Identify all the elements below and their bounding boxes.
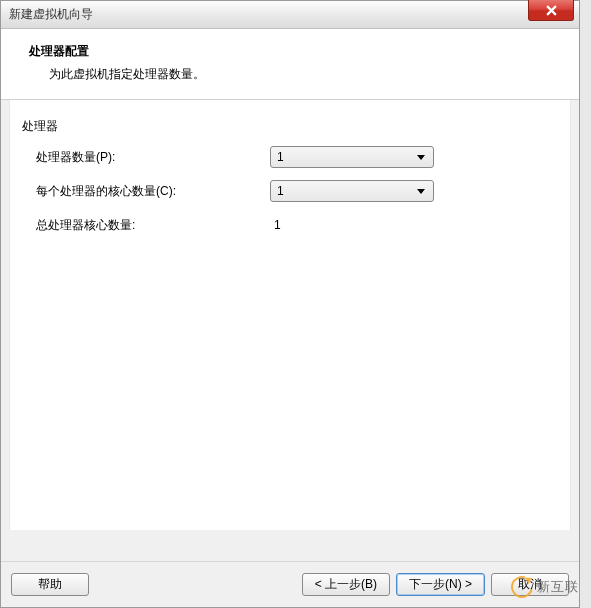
header-panel: 处理器配置 为此虚拟机指定处理器数量。 (1, 29, 579, 100)
chevron-down-icon (417, 155, 425, 160)
cores-per-processor-label: 每个处理器的核心数量(C): (22, 183, 270, 200)
cores-per-processor-select[interactable]: 1 (270, 180, 434, 202)
processor-count-value: 1 (271, 150, 417, 164)
wizard-dialog: 新建虚拟机向导 处理器配置 为此虚拟机指定处理器数量。 处理器 处理器数量(P)… (0, 0, 580, 608)
window-title: 新建虚拟机向导 (1, 6, 93, 23)
right-strip (580, 0, 591, 608)
total-cores-label: 总处理器核心数量: (22, 217, 270, 234)
close-button[interactable] (528, 0, 574, 21)
cancel-button[interactable]: 取消 (491, 573, 569, 596)
back-button[interactable]: < 上一步(B) (302, 573, 390, 596)
processor-count-label: 处理器数量(P): (22, 149, 270, 166)
next-button[interactable]: 下一步(N) > (396, 573, 485, 596)
processor-count-select[interactable]: 1 (270, 146, 434, 168)
page-subtitle: 为此虚拟机指定处理器数量。 (29, 66, 559, 83)
row-total-cores: 总处理器核心数量: 1 (22, 213, 558, 237)
row-processor-count: 处理器数量(P): 1 (22, 145, 558, 169)
total-cores-value: 1 (270, 218, 281, 232)
chevron-down-icon (417, 189, 425, 194)
section-label: 处理器 (22, 118, 558, 135)
page-title: 处理器配置 (29, 43, 559, 60)
content-panel: 处理器 处理器数量(P): 1 每个处理器的核心数量(C): 1 总处理器核心数… (9, 100, 571, 530)
titlebar: 新建虚拟机向导 (1, 1, 579, 29)
row-cores-per-processor: 每个处理器的核心数量(C): 1 (22, 179, 558, 203)
button-bar: 帮助 < 上一步(B) 下一步(N) > 取消 (1, 561, 579, 607)
help-button[interactable]: 帮助 (11, 573, 89, 596)
cores-per-processor-value: 1 (271, 184, 417, 198)
close-icon (546, 5, 557, 16)
